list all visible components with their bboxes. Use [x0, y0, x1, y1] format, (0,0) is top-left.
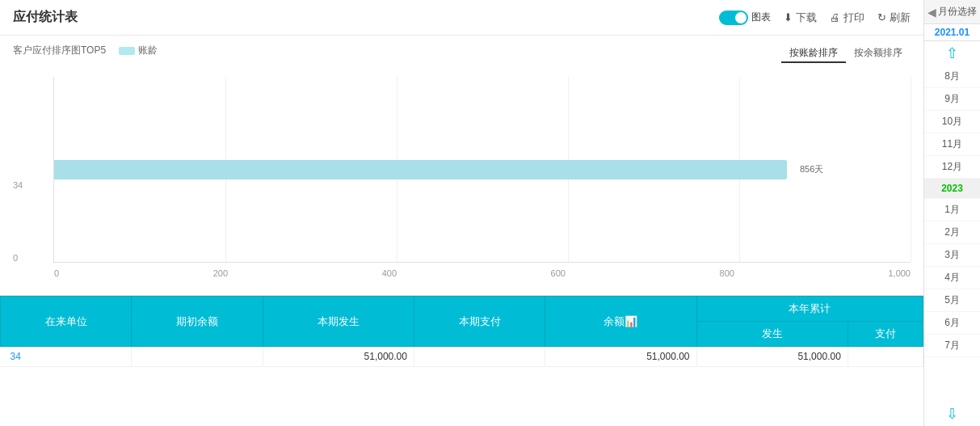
- x-label-1000: 1,000: [888, 268, 911, 278]
- chart-toggle[interactable]: [719, 11, 748, 25]
- sidebar-month-10[interactable]: 10月: [924, 111, 980, 133]
- sidebar-month-1[interactable]: 1月: [924, 199, 980, 221]
- sidebar-current-date: 2021.01: [924, 24, 980, 41]
- sidebar-month-5[interactable]: 5月: [924, 289, 980, 312]
- chart-section: 客户应付排序图TOP5 账龄 按账龄排序 按余额排序 34 0: [0, 36, 923, 295]
- print-icon: 🖨: [830, 11, 840, 23]
- chart-toggle-wrap: 图表: [719, 11, 771, 25]
- td-current-pay: [414, 347, 545, 367]
- print-label: 打印: [843, 11, 864, 25]
- chart-bar-34: 856天: [54, 160, 787, 179]
- unit-link[interactable]: 34: [11, 351, 21, 362]
- main-content: 应付统计表 图表 ⬇ 下载 🖨 打印 ↻ 刷新 客户应: [0, 0, 923, 426]
- y-label-34: 34: [13, 180, 27, 190]
- chart-body: 856天 0 200 400 600 800 1,000: [53, 77, 911, 263]
- sidebar-month-3[interactable]: 3月: [924, 244, 980, 267]
- th-occur: 本期发生: [263, 297, 414, 347]
- chart-bar-area: 856天: [54, 77, 911, 262]
- sidebar-month-7[interactable]: 7月: [924, 335, 980, 357]
- sort-by-aging-button[interactable]: 按账龄排序: [781, 44, 846, 63]
- th-year-pay: 支付: [848, 322, 923, 347]
- data-table: 在来单位 期初余额 本期发生 本期支付 余额📊 本年累计 发生 支付 34 51…: [0, 296, 923, 367]
- th-balance: 余额📊: [545, 297, 696, 347]
- sidebar-months-list: 8月 9月 10月 11月 12月 2023 1月 2月 3月 4月 5月 6月…: [924, 65, 980, 402]
- refresh-icon: ↻: [877, 11, 886, 23]
- download-label: 下载: [796, 11, 817, 25]
- sidebar-month-12[interactable]: 12月: [924, 156, 980, 179]
- x-axis-labels: 0 200 400 600 800 1,000: [54, 268, 911, 278]
- table-row: 34 51,000.00 51,000.00 51,000.00: [1, 347, 923, 367]
- td-opening: [132, 347, 263, 367]
- download-icon: ⬇: [784, 11, 793, 23]
- legend-item-top5: 客户应付排序图TOP5: [13, 44, 106, 57]
- sidebar-month-9[interactable]: 9月: [924, 88, 980, 111]
- download-button[interactable]: ⬇ 下载: [784, 11, 817, 25]
- header-actions: 图表 ⬇ 下载 🖨 打印 ↻ 刷新: [719, 11, 911, 25]
- sidebar-year-2023[interactable]: 2023: [924, 179, 980, 199]
- chart-y-axis: 34 0: [13, 77, 53, 263]
- page-title: 应付统计表: [13, 9, 78, 26]
- th-year-occur: 发生: [696, 322, 848, 347]
- sidebar-title: 月份选择: [938, 5, 977, 19]
- td-unit: 34: [1, 347, 132, 367]
- x-label-0: 0: [54, 268, 59, 278]
- table-header-row-1: 在来单位 期初余额 本期发生 本期支付 余额📊 本年累计: [1, 297, 923, 322]
- legend-label-aging: 账龄: [138, 44, 158, 57]
- sidebar-header: ◀ 月份选择: [924, 0, 980, 24]
- sidebar: ◀ 月份选择 2021.01 ⇧ 8月 9月 10月 11月 12月 2023 …: [923, 0, 980, 426]
- th-year-cumulative: 本年累计: [696, 297, 923, 322]
- td-year-occur: 51,000.00: [696, 347, 848, 367]
- bar-days-label: 856天: [800, 163, 823, 175]
- legend-item-aging: 账龄: [119, 44, 158, 57]
- chart-legend: 客户应付排序图TOP5 账龄: [13, 44, 158, 57]
- sidebar-month-6[interactable]: 6月: [924, 312, 980, 335]
- x-label-600: 600: [551, 268, 566, 278]
- chart-container: 34 0 856天 0 200: [13, 69, 911, 295]
- refresh-label: 刷新: [890, 11, 911, 25]
- x-label-800: 800: [720, 268, 734, 278]
- sidebar-month-8[interactable]: 8月: [924, 65, 980, 88]
- sort-buttons: 按账龄排序 按余额排序: [781, 44, 911, 63]
- x-label-400: 400: [382, 268, 397, 278]
- sidebar-up-button[interactable]: ⇧: [924, 41, 980, 65]
- sidebar-down-button[interactable]: ⇩: [924, 402, 980, 426]
- y-label-0: 0: [13, 253, 23, 263]
- sidebar-month-4[interactable]: 4月: [924, 267, 980, 289]
- sidebar-month-11[interactable]: 11月: [924, 133, 980, 156]
- legend-color-aging: [119, 47, 135, 55]
- th-opening: 期初余额: [132, 297, 263, 347]
- th-unit: 在来单位: [1, 297, 132, 347]
- td-current-occur: 51,000.00: [263, 347, 414, 367]
- table-section: 在来单位 期初余额 本期发生 本期支付 余额📊 本年累计 发生 支付 34 51…: [0, 295, 923, 426]
- td-balance: 51,000.00: [545, 347, 696, 367]
- sidebar-month-2[interactable]: 2月: [924, 221, 980, 244]
- grid-line-1000: [911, 77, 911, 262]
- sidebar-expand-icon[interactable]: ◀: [927, 6, 936, 19]
- x-label-200: 200: [213, 268, 228, 278]
- legend-label-top5: 客户应付排序图TOP5: [13, 44, 106, 57]
- td-year-pay: [848, 347, 923, 367]
- refresh-button[interactable]: ↻ 刷新: [877, 11, 911, 25]
- th-pay: 本期支付: [414, 297, 545, 347]
- header: 应付统计表 图表 ⬇ 下载 🖨 打印 ↻ 刷新: [0, 0, 923, 36]
- sort-by-balance-button[interactable]: 按余额排序: [846, 44, 911, 63]
- print-button[interactable]: 🖨 打印: [830, 11, 864, 25]
- chart-toggle-label: 图表: [751, 11, 771, 24]
